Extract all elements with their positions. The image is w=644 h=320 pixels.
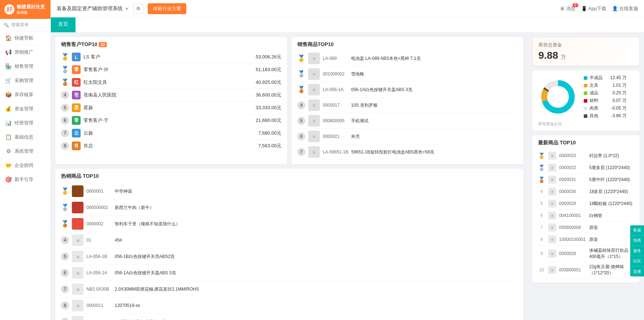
rank-number: 7	[61, 129, 69, 137]
rank-number: 5	[61, 104, 69, 112]
legend-category-value: -3.86 万	[605, 113, 627, 119]
cs-float-item[interactable]: 服务	[630, 246, 644, 256]
logo-icon: 好	[4, 4, 15, 15]
cs-float-item[interactable]: 客服	[630, 225, 644, 235]
product-name: 056-1A白色按键开关盖ABS 3克	[115, 270, 518, 276]
customer-name: 零售客户·许	[83, 66, 253, 73]
message-count: 6	[572, 3, 578, 7]
nav-label: 企业协同	[15, 162, 33, 169]
main-area: 装备及固定资产辅助管理系统 ▼ ⚙ 体验行业方案 🖥 消息 6 📱 App下载 …	[51, 0, 644, 320]
list-item: 🥇 ▣ 0000033 封边带 (1.0*22)	[538, 150, 634, 162]
product-code: 004100001	[559, 213, 586, 218]
settings-button[interactable]: ⚙	[133, 4, 143, 14]
inventory-amount-value: 9.88	[538, 50, 558, 61]
inventory-total-amount: 9.88 万	[538, 50, 633, 61]
app-download-badge[interactable]: 📱 App下载	[581, 5, 606, 12]
list-item: 4 ▣ 01 45#	[61, 232, 518, 249]
product-name: 雪地靴	[351, 71, 518, 77]
nav-tabs: 首页	[51, 17, 644, 33]
rank-number: 9	[538, 251, 545, 256]
product-thumbnail-placeholder: ▣	[72, 300, 83, 311]
product-name: 12070519-xs	[115, 303, 518, 308]
cs-float-item[interactable]: 社区	[630, 256, 644, 266]
sidebar-item-库存核算[interactable]: 📦库存核算	[0, 88, 50, 102]
sidebar-item-采购管理[interactable]: 🛒采购管理	[0, 74, 50, 88]
thumb-placeholder-icon: ▣	[313, 103, 316, 107]
left-panel: 销售客户TOP10 22 🥇 L LS 客户 53,006.26元 🥈 零 零售…	[51, 33, 528, 320]
sidebar-search[interactable]: 🔍 搜索菜单	[0, 19, 50, 31]
legend-category-value: 0.25 万	[605, 90, 627, 96]
inventory-amount-unit: 万	[561, 54, 566, 60]
list-item: 🥇 0000001 中华神器	[61, 183, 518, 200]
nav-label: 销售管理	[15, 63, 33, 70]
product-thumbnail	[72, 218, 83, 230]
nav-icon: ⚙	[5, 148, 12, 155]
sidebar-item-资金管理[interactable]: 💰资金管理	[0, 102, 50, 116]
sidebar-item-经营管理[interactable]: 📊经营管理	[0, 116, 50, 130]
top-section: 销售客户TOP10 22 🥇 L LS 客户 53,006.26元 🥈 零 零售…	[55, 37, 523, 164]
list-item: 9 ▣ 0000028 体碱荔枝味苏打饮品400毫升（1*15）	[538, 246, 634, 262]
legend-color-dot	[584, 107, 587, 110]
product-thumb: ▣	[308, 146, 320, 158]
sidebar-item-营销推广[interactable]: 📢营销推广	[0, 45, 50, 60]
sidebar-item-新手引导[interactable]: 🎯新手引导	[0, 173, 50, 187]
inventory-total-title: 库存总资金	[538, 42, 633, 48]
nav-icon: 🎯	[5, 176, 12, 183]
product-name: 056-1B白色按键开关壳ABS2克	[115, 254, 518, 260]
product-name: 45#	[115, 238, 518, 243]
product-thumbnail: ▣	[548, 200, 556, 208]
medal-silver-icon: 🥈	[297, 70, 305, 78]
medal-bronze-icon: 🥉	[297, 86, 305, 94]
sidebar-item-基础信息[interactable]: 📋基础信息	[0, 130, 50, 144]
message-badge[interactable]: 🖥 消息 6	[560, 5, 575, 12]
product-name: 白钢垫	[589, 213, 634, 219]
newest-products-list: 🥇 ▣ 0000033 封边带 (1.0*22) 🥈 ▣ 0000032 5厘多…	[538, 150, 634, 278]
table-row: 🥉 红 红太阳文具 40,925.00元	[61, 76, 281, 89]
legend-list: 半成品 12.45 万 文具 1.01 万 成品 0.25 万 材料 0.07 …	[584, 75, 627, 119]
sidebar-item-企业协同[interactable]: 🤝企业协同	[0, 159, 50, 173]
cs-float-item[interactable]: 直播	[630, 267, 644, 276]
sidebar-item-系统管理[interactable]: ⚙系统管理	[0, 144, 50, 159]
list-item: 🥈 000500001 新西兰牛肉（新牛）	[61, 200, 518, 216]
product-name: 手机测试	[351, 118, 518, 124]
customer-amount: 40,925.00元	[256, 79, 281, 86]
rank-number: 7	[61, 285, 69, 293]
table-row: 7 云 云扬 7,680.00元	[61, 127, 281, 140]
page-content: 销售客户TOP10 22 🥇 L LS 客户 53,006.26元 🥈 零 零售…	[51, 33, 644, 320]
trial-button[interactable]: 体验行业方案	[148, 3, 186, 14]
search-icon: 🔍	[4, 22, 9, 28]
product-name: 原壶	[589, 237, 634, 243]
product-thumbnail: ▣	[548, 235, 556, 243]
online-service-badge[interactable]: 👤 在线客服	[612, 5, 638, 12]
cs-float-item[interactable]: 热线	[630, 235, 644, 246]
product-name: 花语萌恒温分腿睡袋（厚款）	[118, 319, 518, 320]
top-customers-badge: 22	[99, 42, 107, 47]
customer-name: 星扬	[83, 104, 253, 111]
top-customers-title: 销售客户TOP10	[61, 41, 97, 48]
product-name: 封边带 (1.0*22)	[589, 153, 634, 159]
product-thumbnail	[72, 185, 83, 197]
tab-home[interactable]: 首页	[51, 17, 76, 32]
top-products-amount-card: 销售商品TOP10 🥇 ▣ LA-089 电池盖 LA-089 ABS本色+黑种…	[292, 37, 523, 164]
legend-color-dot	[584, 76, 587, 80]
product-code: 0000021	[323, 134, 348, 139]
customer-icon: 零	[72, 116, 81, 125]
product-name: 电池盖 LA-089 ABS本色+黑种 7.1克	[351, 56, 518, 62]
rank-number: 8	[61, 301, 69, 309]
legend-item: 文具 1.01 万	[584, 82, 627, 89]
table-row: 6 ▣ 0000021 夹壳	[297, 129, 518, 144]
customer-name: 云扬	[83, 130, 255, 136]
legend-category-value: 12.45 万	[605, 75, 627, 81]
nav-label: 基础信息	[15, 134, 33, 140]
product-thumb: ▣	[308, 115, 320, 127]
product-thumb: ▣	[308, 84, 320, 95]
medal-bronze-icon: 🥉	[538, 176, 545, 183]
product-name: 智利车子里（规格不知道填什么）	[115, 221, 518, 227]
system-dropdown-arrow[interactable]: ▼	[125, 7, 129, 11]
medal-bronze-icon: 🥉	[61, 220, 69, 228]
table-row: 🥇 L LS 客户 53,006.26元	[61, 51, 281, 63]
customer-icon: 肖	[72, 141, 81, 150]
sidebar-item-快捷导航[interactable]: 🏠快捷导航	[0, 31, 50, 45]
sidebar-nav: 🏠快捷导航📢营销推广🏪销售管理🛒采购管理📦库存核算💰资金管理📊经营管理📋基础信息…	[0, 31, 50, 187]
sidebar-item-销售管理[interactable]: 🏪销售管理	[0, 60, 50, 74]
